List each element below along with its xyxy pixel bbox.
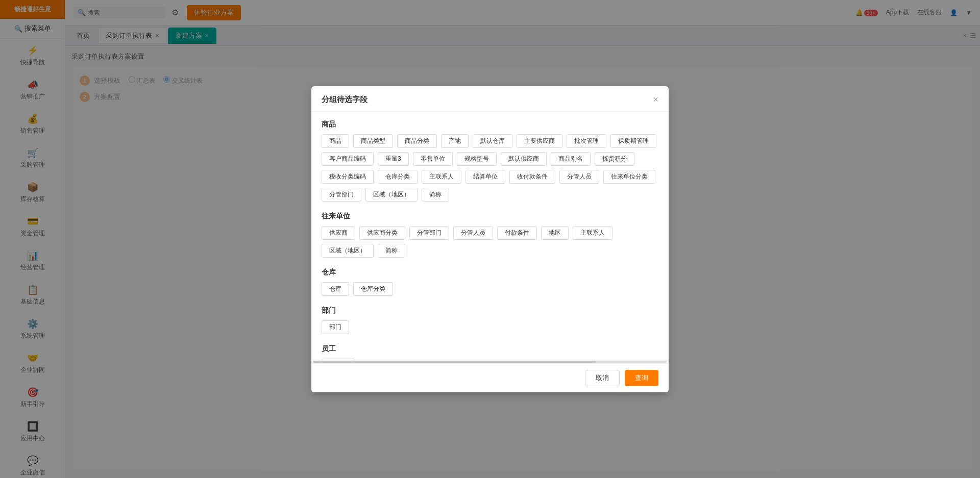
section-department-fields: 部门: [322, 320, 658, 334]
field-tag-g8[interactable]: 保质期管理: [610, 134, 656, 148]
modal-header: 分组待选字段 ×: [311, 86, 669, 112]
field-tag-p1[interactable]: 供应商: [322, 226, 355, 240]
field-tag-p3[interactable]: 分管部门: [409, 226, 449, 240]
field-tag-g10[interactable]: 重量3: [378, 152, 409, 166]
section-goods-fields: 商品 商品类型 商品分类 产地 默认仓库 主要供应商 批次管理 保质期管理 客户…: [322, 134, 658, 202]
field-tag-g14[interactable]: 商品别名: [551, 152, 591, 166]
field-tag-g6[interactable]: 主要供应商: [517, 134, 562, 148]
field-tag-g25[interactable]: 简称: [422, 188, 449, 202]
confirm-button[interactable]: 查询: [625, 370, 658, 386]
modal-hscroll[interactable]: [311, 360, 669, 363]
section-warehouse: 仓库 仓库 仓库分类: [322, 268, 658, 296]
field-tag-g1[interactable]: 商品: [322, 134, 349, 148]
field-tag-g19[interactable]: 结算单位: [465, 170, 505, 184]
main-content: 🔍 ⚙ 体验行业方案 🔔99+ App下载 在线客服 👤 ▼ 首页 采购订单执行…: [65, 0, 980, 478]
field-tag-p9[interactable]: 简称: [378, 244, 405, 258]
field-tag-g12[interactable]: 规格型号: [457, 152, 497, 166]
field-tag-g15[interactable]: 拣货积分: [595, 152, 634, 166]
field-tag-p5[interactable]: 付款条件: [497, 226, 537, 240]
modal-field-select: 分组待选字段 × 商品 商品 商品类型 商品分类 产地: [311, 86, 669, 392]
modal-footer: 取消 查询: [311, 363, 669, 392]
field-tag-p7[interactable]: 主联系人: [573, 226, 612, 240]
field-tag-g18[interactable]: 主联系人: [422, 170, 461, 184]
field-tag-g20[interactable]: 收付款条件: [509, 170, 555, 184]
modal-title: 分组待选字段: [322, 95, 368, 105]
field-tag-g2[interactable]: 商品类型: [353, 134, 393, 148]
field-tag-w1[interactable]: 仓库: [322, 282, 349, 296]
field-tag-g23[interactable]: 分管部门: [322, 188, 361, 202]
field-tag-d1[interactable]: 部门: [322, 320, 349, 334]
field-tag-g11[interactable]: 零售单位: [413, 152, 453, 166]
page-content: 采购订单执行表方案设置 1 选择模板 汇总表 交叉统计表 2 方案配置: [65, 46, 980, 478]
field-tag-g3[interactable]: 商品分类: [397, 134, 437, 148]
field-tag-g9[interactable]: 客户商品编码: [322, 152, 374, 166]
hscroll-thumb: [313, 361, 596, 363]
section-warehouse-title: 仓库: [322, 268, 658, 277]
cancel-button[interactable]: 取消: [585, 370, 620, 386]
modal-overlay: 分组待选字段 × 商品 商品 商品类型 商品分类 产地: [65, 46, 980, 478]
section-goods: 商品 商品 商品类型 商品分类 产地 默认仓库 主要供应商 批次管理 保质期管理: [322, 120, 658, 202]
section-department-title: 部门: [322, 306, 658, 315]
section-partner: 往来单位 供应商 供应商分类 分管部门 分管人员 付款条件 地区 主联系人 区域…: [322, 212, 658, 258]
field-tag-p6[interactable]: 地区: [541, 226, 569, 240]
field-tag-p2[interactable]: 供应商分类: [359, 226, 405, 240]
field-tag-g24[interactable]: 区域（地区）: [365, 188, 418, 202]
modal-close-btn[interactable]: ×: [653, 94, 658, 105]
field-tag-g13[interactable]: 默认供应商: [501, 152, 547, 166]
field-tag-w2[interactable]: 仓库分类: [353, 282, 393, 296]
modal-body: 商品 商品 商品类型 商品分类 产地 默认仓库 主要供应商 批次管理 保质期管理: [311, 112, 669, 360]
field-tag-g17[interactable]: 仓库分类: [378, 170, 418, 184]
hscroll-track: [313, 361, 667, 363]
field-tag-g5[interactable]: 默认仓库: [473, 134, 512, 148]
section-employee-title: 员工: [322, 344, 658, 354]
field-tag-g21[interactable]: 分管人员: [559, 170, 599, 184]
section-employee: 员工 业务员: [322, 344, 658, 360]
section-goods-title: 商品: [322, 120, 658, 129]
field-tag-g22[interactable]: 往来单位分类: [603, 170, 655, 184]
section-partner-fields: 供应商 供应商分类 分管部门 分管人员 付款条件 地区 主联系人 区域（地区） …: [322, 226, 658, 258]
field-tag-g4[interactable]: 产地: [441, 134, 469, 148]
field-tag-p4[interactable]: 分管人员: [453, 226, 493, 240]
section-partner-title: 往来单位: [322, 212, 658, 221]
field-tag-g7[interactable]: 批次管理: [567, 134, 606, 148]
field-tag-p8[interactable]: 区域（地区）: [322, 244, 374, 258]
section-warehouse-fields: 仓库 仓库分类: [322, 282, 658, 296]
field-tag-g16[interactable]: 税收分类编码: [322, 170, 374, 184]
section-department: 部门 部门: [322, 306, 658, 334]
